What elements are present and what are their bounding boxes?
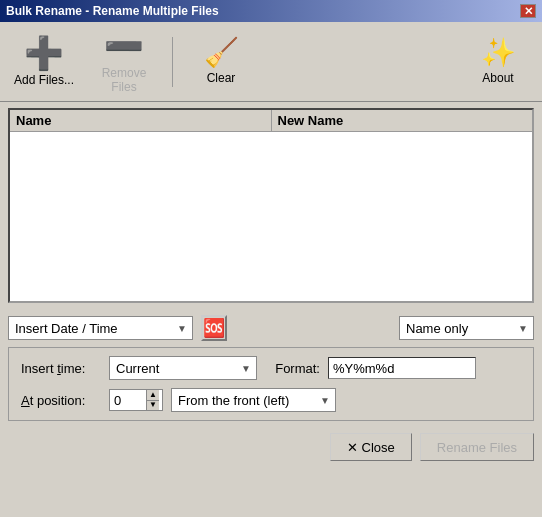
rename-files-button[interactable]: Rename Files (420, 433, 534, 461)
clear-button[interactable]: 🧹 Clear (185, 30, 257, 94)
position-select[interactable]: From the front (left) From the back (rig… (171, 388, 336, 412)
close-window-button[interactable]: ✕ (520, 4, 536, 18)
file-list-body (10, 132, 532, 300)
add-files-icon: ➕ (24, 37, 64, 69)
format-input[interactable] (328, 357, 476, 379)
bottom-bar: ✕ Close Rename Files (0, 427, 542, 467)
help-icon: 🆘 (203, 317, 225, 339)
format-label: Format: (265, 361, 320, 376)
help-icon-button[interactable]: 🆘 (201, 315, 227, 341)
about-icon: ✨ (481, 39, 516, 67)
title-bar: Bulk Rename - Rename Multiple Files ✕ (0, 0, 542, 22)
at-position-row: At position: ▲ ▼ From the front (left) F… (21, 388, 521, 412)
insert-date-select[interactable]: Insert Date / Time Insert Date Insert Ti… (8, 316, 193, 340)
file-list-header-name: Name (10, 110, 272, 131)
close-button[interactable]: ✕ Close (330, 433, 412, 461)
remove-files-label: Remove Files (93, 66, 155, 94)
form-section: Insert time: Current File Created File M… (8, 347, 534, 421)
about-button[interactable]: ✨ About (462, 30, 534, 94)
title-bar-text: Bulk Rename - Rename Multiple Files (6, 4, 219, 18)
insert-time-wrapper: Current File Created File Modified (109, 356, 257, 380)
clear-icon: 🧹 (204, 39, 239, 67)
name-only-select[interactable]: Name only Extension only Name and Extens… (399, 316, 534, 340)
close-button-icon: ✕ (347, 440, 358, 455)
file-list-header-new-name: New Name (272, 110, 533, 131)
insert-date-wrapper: Insert Date / Time Insert Date Insert Ti… (8, 316, 193, 340)
file-list-container: Name New Name (8, 108, 534, 303)
insert-time-label: Insert time: (21, 361, 101, 376)
close-button-label: Close (362, 440, 395, 455)
position-input[interactable] (110, 390, 146, 410)
insert-time-select[interactable]: Current File Created File Modified (109, 356, 257, 380)
at-position-label: At position: (21, 393, 101, 408)
about-label: About (482, 71, 513, 85)
remove-files-button[interactable]: ➖ Remove Files (88, 30, 160, 94)
options-row: Insert Date / Time Insert Date Insert Ti… (0, 309, 542, 347)
remove-files-icon: ➖ (104, 30, 144, 62)
file-list-header: Name New Name (10, 110, 532, 132)
spinner-down-button[interactable]: ▼ (147, 401, 159, 411)
spinner-buttons: ▲ ▼ (146, 390, 159, 410)
rename-files-label: Rename Files (437, 440, 517, 455)
add-files-button[interactable]: ➕ Add Files... (8, 30, 80, 94)
toolbar-separator (172, 37, 173, 87)
clear-label: Clear (207, 71, 236, 85)
toolbar: ➕ Add Files... ➖ Remove Files 🧹 Clear ✨ … (0, 22, 542, 102)
add-files-label: Add Files... (14, 73, 74, 87)
position-input-wrapper: ▲ ▼ (109, 389, 163, 411)
position-select-wrapper: From the front (left) From the back (rig… (171, 388, 336, 412)
spinner-up-button[interactable]: ▲ (147, 390, 159, 401)
insert-time-row: Insert time: Current File Created File M… (21, 356, 521, 380)
name-only-wrapper: Name only Extension only Name and Extens… (399, 316, 534, 340)
